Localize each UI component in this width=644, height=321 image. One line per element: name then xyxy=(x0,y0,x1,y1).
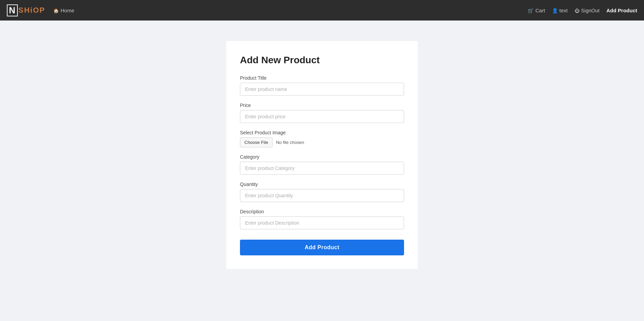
user-label: text xyxy=(560,8,568,13)
add-product-button[interactable]: Add Product xyxy=(240,240,404,255)
quantity-label: Quantity xyxy=(240,182,404,187)
form-title: Add New Product xyxy=(240,55,404,66)
signout-icon xyxy=(575,8,579,13)
image-label: Select Product Image xyxy=(240,130,404,135)
home-link[interactable]: Home xyxy=(53,8,74,13)
home-label: Home xyxy=(61,8,74,13)
cart-link[interactable]: Cart xyxy=(528,8,545,13)
navbar-right: Cart text SignOut Add Product xyxy=(528,8,637,13)
price-input[interactable] xyxy=(240,110,404,123)
home-icon xyxy=(53,8,59,13)
logo-shop: SHiOP xyxy=(18,6,45,15)
category-input[interactable] xyxy=(240,162,404,175)
no-file-chosen-text: No file chosen xyxy=(276,140,304,145)
product-title-label: Product Title xyxy=(240,75,404,81)
description-label: Description xyxy=(240,209,404,214)
navbar: NSHiOP Home Cart text SignOut Add Produc… xyxy=(0,0,644,21)
quantity-group: Quantity xyxy=(240,182,404,202)
cart-label: Cart xyxy=(535,8,545,13)
main-content: Add New Product Product Title Price Sele… xyxy=(0,21,644,290)
signout-link[interactable]: SignOut xyxy=(575,8,600,13)
navbar-left: NSHiOP Home xyxy=(7,4,74,16)
description-input[interactable] xyxy=(240,216,404,229)
quantity-input[interactable] xyxy=(240,189,404,202)
logo-n: N xyxy=(7,4,18,16)
user-profile[interactable]: text xyxy=(552,8,568,13)
logo[interactable]: NSHiOP xyxy=(7,4,45,16)
description-group: Description xyxy=(240,209,404,229)
image-group: Select Product Image Choose File No file… xyxy=(240,130,404,147)
product-title-group: Product Title xyxy=(240,75,404,96)
price-group: Price xyxy=(240,103,404,123)
add-product-nav-label[interactable]: Add Product xyxy=(606,8,637,13)
signout-label: SignOut xyxy=(581,8,600,13)
category-group: Category xyxy=(240,154,404,175)
file-input-wrapper: Choose File No file chosen xyxy=(240,137,404,147)
product-title-input[interactable] xyxy=(240,83,404,96)
choose-file-button[interactable]: Choose File xyxy=(240,137,272,147)
user-icon xyxy=(552,8,558,13)
cart-icon xyxy=(528,8,534,13)
add-product-form-container: Add New Product Product Title Price Sele… xyxy=(226,41,418,269)
price-label: Price xyxy=(240,103,404,108)
category-label: Category xyxy=(240,154,404,160)
